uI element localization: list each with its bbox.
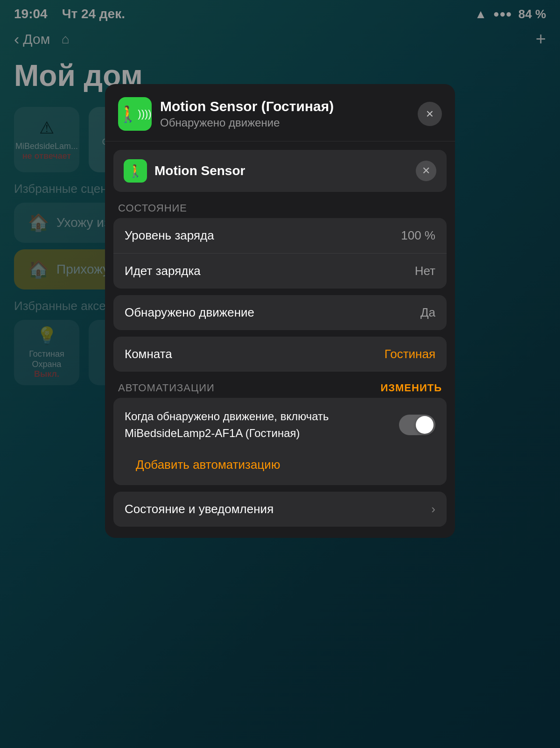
sensor-name-label: Motion Sensor (154, 163, 416, 178)
add-automation-link[interactable]: Добавить автоматизацию (125, 449, 435, 475)
room-row: Комната Гостиная (113, 337, 447, 372)
automation-header: АВТОМАТИЗАЦИИ ИЗМЕНИТЬ (105, 372, 455, 398)
modal-overlay: 🚶 )))) Motion Sensor (Гостиная) Обнаруже… (0, 0, 560, 748)
toggle-knob (416, 416, 434, 434)
room-label: Комната (125, 347, 172, 361)
add-automation-container: Добавить автоматизацию (125, 449, 435, 475)
automation-text: Когда обнаружено движение, включать MiBe… (125, 408, 399, 442)
sensor-remove-button[interactable]: ✕ (416, 161, 436, 181)
walker-icon: 🚶 (128, 164, 143, 178)
charge-value: 100 % (401, 228, 435, 243)
automations-section-label: АВТОМАТИЗАЦИИ (118, 382, 215, 394)
modal-header: 🚶 )))) Motion Sensor (Гостиная) Обнаруже… (105, 84, 455, 141)
charging-value: Нет (415, 264, 435, 278)
sensor-name-row: 🚶 Motion Sensor ✕ (113, 150, 447, 192)
notifications-card[interactable]: Состояние и уведомления › (113, 492, 447, 527)
chevron-right-icon: › (431, 502, 435, 516)
status-section-header: СОСТОЯНИЕ (105, 192, 455, 218)
automation-toggle[interactable] (399, 415, 435, 435)
automation-row: Когда обнаружено движение, включать MiBe… (125, 408, 435, 442)
charging-row: Идет зарядка Нет (113, 253, 447, 289)
modal: 🚶 )))) Motion Sensor (Гостиная) Обнаруже… (105, 84, 455, 538)
automation-edit-button[interactable]: ИЗМЕНИТЬ (380, 382, 442, 394)
modal-title: Motion Sensor (Гостиная) (160, 99, 418, 114)
modal-subtitle: Обнаружено движение (160, 116, 418, 129)
motion-signal-icon: )))) (138, 108, 151, 120)
charge-row: Уровень заряда 100 % (113, 218, 447, 253)
motion-icon: 🚶 (118, 105, 138, 123)
motion-row: Обнаружено движение Да (113, 295, 447, 330)
automation-card: Когда обнаружено движение, включать MiBe… (113, 398, 447, 485)
status-info-card: Уровень заряда 100 % Идет зарядка Нет (113, 218, 447, 289)
notifications-label: Состояние и уведомления (125, 502, 273, 516)
charge-label: Уровень заряда (125, 228, 214, 243)
charging-label: Идет зарядка (125, 264, 201, 278)
room-value: Гостиная (385, 347, 435, 361)
motion-detected-label: Обнаружено движение (125, 305, 254, 320)
remove-icon: ✕ (422, 165, 430, 177)
motion-detected-value: Да (420, 305, 435, 320)
modal-header-text: Motion Sensor (Гостиная) Обнаружено движ… (160, 99, 418, 129)
modal-close-button[interactable]: × (418, 102, 442, 126)
sensor-header-icon: 🚶 )))) (118, 97, 152, 131)
sensor-name-icon: 🚶 (124, 159, 147, 183)
close-icon: × (426, 106, 434, 121)
